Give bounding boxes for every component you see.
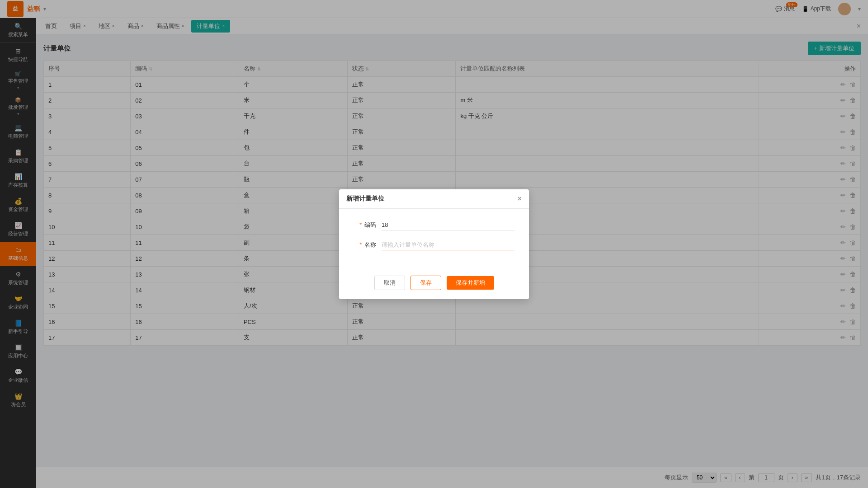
code-label: * 编码: [354, 221, 376, 229]
modal-header: 新增计量单位 ×: [339, 189, 529, 209]
code-form-row: * 编码: [354, 220, 514, 230]
name-form-row: * 名称: [354, 239, 514, 250]
code-input[interactable]: [382, 220, 514, 230]
modal-footer: 取消 保存 保存并新增: [339, 270, 529, 299]
name-input[interactable]: [382, 239, 514, 250]
save-button[interactable]: 保存: [410, 276, 441, 290]
code-required-mark: *: [359, 221, 362, 228]
save-and-new-button[interactable]: 保存并新增: [447, 276, 494, 290]
modal-body: * 编码 * 名称: [339, 209, 529, 270]
modal-close-button[interactable]: ×: [518, 195, 522, 203]
name-label: * 名称: [354, 241, 376, 249]
add-unit-modal: 新增计量单位 × * 编码 * 名称 取消 保存 保存并新增: [339, 189, 529, 299]
modal-title: 新增计量单位: [346, 195, 384, 203]
name-required-mark: *: [359, 241, 362, 248]
cancel-button[interactable]: 取消: [374, 276, 405, 290]
modal-overlay: 新增计量单位 × * 编码 * 名称 取消 保存 保存并新增: [0, 0, 868, 488]
